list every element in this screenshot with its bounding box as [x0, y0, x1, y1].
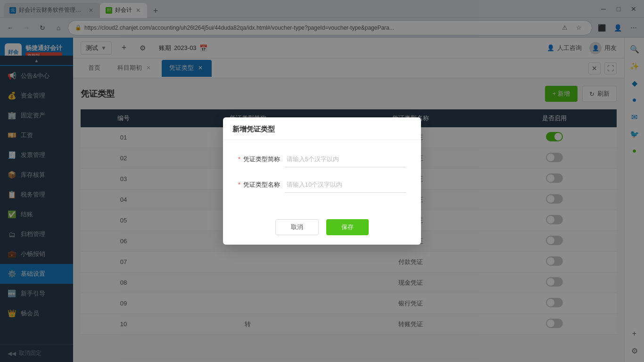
modal-overlay[interactable]: 新增凭证类型 * 凭证类型简称 * 凭证类型名称 取消 保存	[0, 0, 644, 362]
add-voucher-modal: 新增凭证类型 * 凭证类型简称 * 凭证类型名称 取消 保存	[223, 117, 421, 245]
cancel-button[interactable]: 取消	[275, 219, 319, 235]
short-input[interactable]	[285, 151, 406, 167]
required-star-short: *	[238, 156, 240, 163]
form-row-short: * 凭证类型简称	[238, 151, 406, 167]
save-button[interactable]: 保存	[326, 219, 369, 235]
modal-header: 新增凭证类型	[223, 117, 421, 140]
name-input[interactable]	[285, 177, 406, 193]
short-label: * 凭证类型简称	[238, 155, 280, 164]
form-row-name: * 凭证类型名称	[238, 177, 406, 193]
modal-body: * 凭证类型简称 * 凭证类型名称	[223, 140, 421, 214]
modal-footer: 取消 保存	[223, 214, 421, 245]
name-label: * 凭证类型名称	[238, 181, 280, 189]
modal-title: 新增凭证类型	[232, 125, 275, 133]
required-star-name: *	[238, 181, 240, 188]
